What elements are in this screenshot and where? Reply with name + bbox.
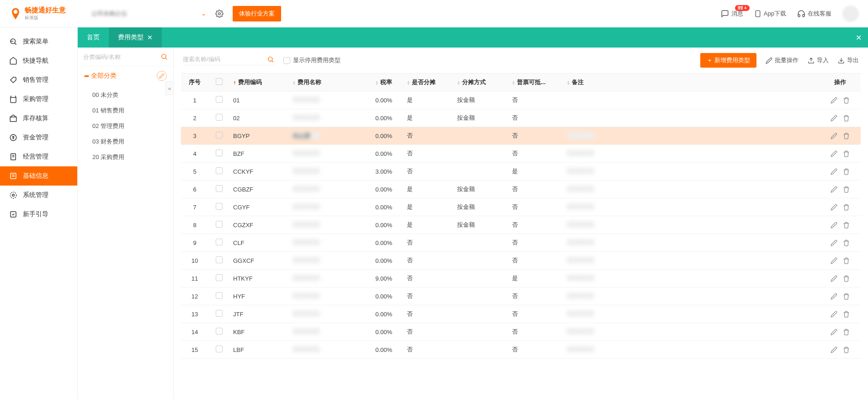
col-remark[interactable]: ▲▼备注 — [563, 74, 820, 91]
tree-item[interactable]: 00 未分类 — [78, 87, 173, 103]
batch-operation-button[interactable]: 批量操作 — [766, 56, 799, 64]
delete-row-icon[interactable] — [843, 222, 850, 229]
table-search-input[interactable] — [183, 56, 267, 63]
tree-item[interactable]: 01 销售费用 — [78, 103, 173, 118]
delete-row-icon[interactable] — [843, 133, 850, 139]
edit-row-icon[interactable] — [831, 293, 837, 300]
edit-row-icon[interactable] — [831, 329, 837, 335]
edit-row-icon[interactable] — [831, 346, 837, 353]
edit-row-icon[interactable] — [831, 186, 837, 193]
col-name[interactable]: ▲▼费用名称 — [289, 74, 367, 91]
experience-button[interactable]: 体验行业方案 — [233, 6, 281, 21]
table-row[interactable]: 15LBF0.00%否否 — [181, 341, 861, 359]
tree-item[interactable]: 20 采购费用 — [78, 149, 173, 165]
table-row[interactable]: 11HTKYF9.00%否是 — [181, 270, 861, 287]
edit-row-icon[interactable] — [831, 275, 837, 282]
col-code[interactable]: ▲▼费用编码 — [229, 74, 289, 91]
tree-item[interactable]: 02 管理费用 — [78, 118, 173, 134]
delete-row-icon[interactable] — [843, 329, 850, 335]
import-button[interactable]: 导入 — [808, 56, 829, 64]
cell-checkbox[interactable] — [208, 234, 229, 252]
delete-row-icon[interactable] — [843, 346, 850, 353]
sidebar-item-house[interactable]: 库存核算 — [0, 109, 77, 128]
delete-row-icon[interactable] — [843, 186, 850, 193]
delete-row-icon[interactable] — [843, 115, 850, 122]
checkbox-icon[interactable] — [216, 78, 223, 85]
all-categories-label[interactable]: 全部分类 — [91, 72, 117, 80]
edit-row-icon[interactable] — [831, 257, 837, 264]
gear-icon[interactable] — [215, 10, 224, 18]
delete-row-icon[interactable] — [843, 275, 850, 282]
delete-row-icon[interactable] — [843, 204, 850, 211]
delete-row-icon[interactable] — [843, 293, 850, 300]
logo[interactable]: 畅捷通好生意 标准版 — [9, 6, 82, 21]
delete-row-icon[interactable] — [843, 311, 850, 318]
cell-checkbox[interactable] — [208, 181, 229, 198]
cell-checkbox[interactable] — [208, 305, 229, 323]
table-row[interactable]: 14KBF0.00%否否 — [181, 323, 861, 341]
search-icon[interactable] — [267, 56, 274, 63]
export-button[interactable]: 导出 — [838, 56, 859, 64]
avatar[interactable] — [842, 5, 859, 22]
collapse-tree-icon[interactable]: « — [165, 81, 174, 95]
cell-checkbox[interactable] — [208, 216, 229, 234]
cell-checkbox[interactable] — [208, 198, 229, 216]
app-download-link[interactable]: App下载 — [754, 10, 786, 18]
edit-row-icon[interactable] — [831, 150, 837, 157]
table-row[interactable]: 3BGYP用品费0.00%否否 — [181, 127, 861, 145]
cell-checkbox[interactable] — [208, 109, 229, 127]
table-row[interactable]: 10GGXCF0.00%否否 — [181, 252, 861, 270]
table-row[interactable]: 13JTF0.00%否否 — [181, 305, 861, 323]
sidebar-item-tag[interactable]: 销售管理 — [0, 70, 77, 90]
close-all-icon[interactable]: ✕ — [849, 33, 868, 42]
tree-item[interactable]: 03 财务费用 — [78, 134, 173, 149]
delete-row-icon[interactable] — [843, 257, 850, 264]
messages-link[interactable]: 消息 99 + — [721, 10, 743, 18]
cell-checkbox[interactable] — [208, 145, 229, 163]
cell-checkbox[interactable] — [208, 287, 229, 305]
table-row[interactable]: 6CGBZF0.00%是按金额否 — [181, 181, 861, 198]
edit-row-icon[interactable] — [831, 311, 837, 318]
cell-checkbox[interactable] — [208, 91, 229, 109]
company-selector[interactable]: 公司名称占位 — [82, 10, 201, 18]
sidebar-item-bag[interactable]: 采购管理 — [0, 90, 77, 109]
table-row[interactable]: 8CGZXF0.00%是按金额否 — [181, 216, 861, 234]
cell-checkbox[interactable] — [208, 127, 229, 145]
sidebar-item-paper[interactable]: 经营管理 — [0, 147, 77, 166]
sidebar-item-gear[interactable]: 系统管理 — [0, 186, 77, 205]
cell-checkbox[interactable] — [208, 163, 229, 181]
search-icon[interactable] — [160, 53, 168, 60]
sidebar-item-search[interactable]: 搜索菜单 — [0, 32, 77, 51]
col-seq[interactable]: 序号 — [181, 74, 208, 91]
add-expense-type-button[interactable]: ＋ 新增费用类型 — [700, 53, 756, 68]
cell-checkbox[interactable] — [208, 270, 229, 287]
delete-row-icon[interactable] — [843, 97, 850, 104]
table-row[interactable]: 9CLF0.00%否否 — [181, 234, 861, 252]
edit-row-icon[interactable] — [831, 133, 837, 139]
online-service-link[interactable]: 在线客服 — [797, 10, 831, 18]
sidebar-item-home[interactable]: 快捷导航 — [0, 51, 77, 70]
show-disabled-checkbox[interactable]: 显示停用费用类型 — [283, 56, 341, 64]
table-row[interactable]: 4BZF0.00%否否 — [181, 145, 861, 163]
edit-row-icon[interactable] — [831, 222, 837, 229]
chevron-down-icon[interactable]: ⌄ — [201, 10, 206, 17]
table-row[interactable]: 7CGYF0.00%是按金额否 — [181, 198, 861, 216]
cell-checkbox[interactable] — [208, 323, 229, 341]
sidebar-item-base[interactable]: 基础信息 — [0, 166, 77, 186]
delete-row-icon[interactable] — [843, 239, 850, 246]
tab-expense-type[interactable]: 费用类型 ✕ — [109, 27, 162, 48]
table-row[interactable]: 12HYF0.00%否否 — [181, 287, 861, 305]
col-deduct[interactable]: ▲▼普票可抵... — [508, 74, 563, 91]
col-share[interactable]: ▲▼是否分摊 — [403, 74, 453, 91]
table-row[interactable]: 1010.00%是按金额否 — [181, 91, 861, 109]
category-search-input[interactable] — [83, 53, 160, 60]
edit-row-icon[interactable] — [831, 239, 837, 246]
sidebar-item-guide[interactable]: 新手引导 — [0, 205, 77, 224]
col-rate[interactable]: ▲▼税率 — [367, 74, 403, 91]
edit-category-icon[interactable] — [157, 71, 167, 81]
edit-row-icon[interactable] — [831, 204, 837, 211]
edit-row-icon[interactable] — [831, 115, 837, 122]
tab-home[interactable]: 首页 — [78, 27, 109, 48]
col-checkbox[interactable] — [208, 74, 229, 91]
sidebar-item-money[interactable]: 资金管理 — [0, 128, 77, 147]
